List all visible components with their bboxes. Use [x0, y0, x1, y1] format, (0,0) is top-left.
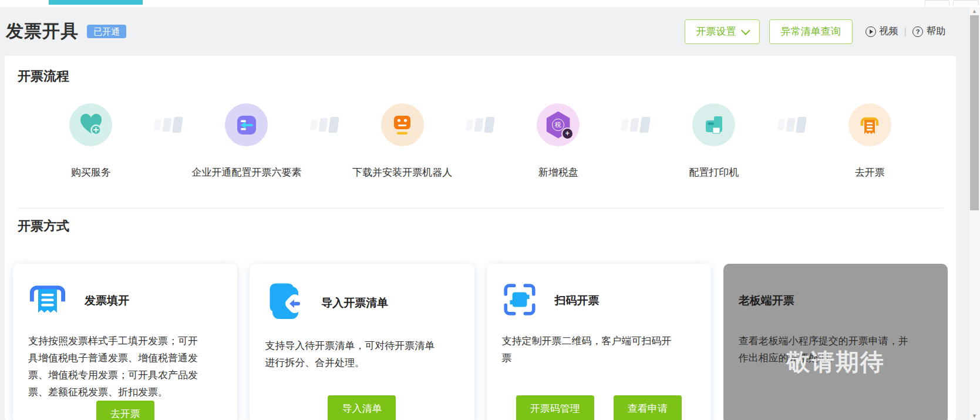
top-chrome-strip [0, 0, 980, 7]
video-link[interactable]: 视频 [866, 25, 898, 38]
import-config-icon [225, 103, 268, 146]
printer-icon [692, 103, 735, 146]
separator: | [904, 26, 907, 38]
step-install-robot[interactable]: 下载并安装开票机器人 [325, 103, 480, 179]
step-buy-service[interactable]: 购买服务 [13, 103, 169, 179]
status-badge: 已开通 [87, 25, 126, 38]
abnormal-list-query-label: 异常清单查询 [781, 25, 841, 38]
invoicing-method-cards: 发票填开 支持按照发票样式手工填开发票；可开 具增值税电子普通发票、增值税普通发… [13, 264, 948, 420]
plus-badge-icon: + [561, 127, 574, 140]
invoice-receipt-icon [848, 103, 891, 146]
question-circle-icon: ? [912, 26, 923, 37]
card-buttons: 去开票 [28, 401, 222, 420]
step-label: 去开票 [792, 166, 948, 179]
tax-disk-add-icon: 税 + [537, 103, 580, 146]
page-title: 发票开具 [6, 19, 79, 43]
card-boss-invoice: 老板端开票 查看老板端小程序提交的开票申请，并 作出相应的开票处理。 敬请期待 [723, 264, 948, 420]
heart-plus-icon [69, 103, 112, 146]
step-label: 企业开通配置开票六要素 [169, 166, 324, 179]
card-head: 导入开票清单 [265, 281, 459, 325]
page-header: 发票开具 已开通 开票设置 异常清单查询 视频 | ? 帮助 [0, 7, 945, 56]
main-panel: 开票流程 购买服务 [5, 56, 956, 420]
invoice-settings-label: 开票设置 [696, 25, 736, 38]
card-description: 查看老板端小程序提交的开票申请，并 作出相应的开票处理。 [739, 332, 932, 367]
scan-code-icon [502, 282, 537, 320]
card-import-list: 导入开票清单 支持导入待开票清单，可对待开票清单 进行拆分、合并处理。 导入清单 [250, 264, 474, 420]
card-title: 扫码开票 [555, 293, 600, 308]
card-head: 扫码开票 [502, 281, 696, 320]
invoice-fill-icon [28, 281, 67, 320]
help-link[interactable]: ? 帮助 [912, 25, 945, 38]
step-label: 下载并安装开票机器人 [325, 166, 480, 179]
step-label: 配置打印机 [636, 166, 792, 179]
invoicing-process-steps: 购买服务 企业开通配置开票六要素 [13, 103, 948, 179]
card-invoice-fill: 发票填开 支持按照发票样式手工填开发票；可开 具增值税电子普通发票、增值税普通发… [13, 264, 237, 420]
invoice-settings-button[interactable]: 开票设置 [685, 19, 760, 44]
header-links: 视频 | ? 帮助 [866, 25, 945, 38]
scrollbar-thumb[interactable] [970, 15, 979, 210]
card-buttons: 导入清单 [265, 395, 459, 420]
step-label: 新增税盘 [480, 166, 636, 179]
robot-icon [381, 103, 424, 146]
tax-glyph: 税 [552, 119, 564, 131]
card-scan-invoice: 扫码开票 支持定制开票二维码，客户端可扫码开 票 开票码管理 查看申请 [487, 264, 711, 420]
window-tab-stub[interactable] [925, 0, 949, 6]
scroll-down-arrow-icon[interactable]: ▼ [969, 412, 980, 420]
chevron-down-icon [741, 26, 750, 35]
card-description: 支持按照发票样式手工填开发票；可开 具增值税电子普通发票、增值税普通发 票、增值… [28, 332, 222, 401]
card-head: 老板端开票 [739, 281, 932, 320]
card-description: 支持定制开票二维码，客户端可扫码开 票 [502, 332, 696, 367]
section-divider [18, 208, 943, 209]
import-list-button[interactable]: 导入清单 [328, 395, 396, 420]
video-label: 视频 [880, 25, 898, 38]
active-tab-indicator[interactable] [49, 0, 143, 5]
card-title: 导入开票清单 [321, 295, 388, 311]
card-title: 发票填开 [85, 293, 129, 308]
card-description: 支持导入待开票清单，可对待开票清单 进行拆分、合并处理。 [265, 337, 459, 371]
import-list-icon [265, 281, 304, 325]
vertical-scrollbar[interactable]: ▲ ▼ [968, 7, 980, 420]
step-configure-printer[interactable]: 配置打印机 [636, 103, 792, 179]
help-label: 帮助 [927, 25, 945, 38]
window-tab-stub[interactable] [953, 0, 979, 6]
methods-section-title: 开票方式 [18, 217, 948, 235]
card-title: 老板端开票 [739, 293, 794, 308]
process-section-title: 开票流程 [18, 68, 948, 85]
step-configure-six-elements[interactable]: 企业开通配置开票六要素 [169, 103, 324, 179]
invoice-code-manage-button[interactable]: 开票码管理 [516, 395, 594, 420]
step-go-invoice[interactable]: 去开票 [792, 103, 948, 179]
step-label: 购买服务 [13, 166, 169, 179]
card-buttons: 开票码管理 查看申请 [502, 395, 696, 420]
card-head: 发票填开 [28, 281, 222, 320]
play-circle-icon [866, 26, 876, 37]
scroll-up-arrow-icon[interactable]: ▲ [969, 7, 980, 15]
abnormal-list-query-button[interactable]: 异常清单查询 [769, 19, 853, 44]
view-applications-button[interactable]: 查看申请 [614, 395, 682, 420]
step-add-tax-disk[interactable]: 税 + 新增税盘 [480, 103, 636, 179]
go-invoice-button[interactable]: 去开票 [96, 401, 154, 420]
